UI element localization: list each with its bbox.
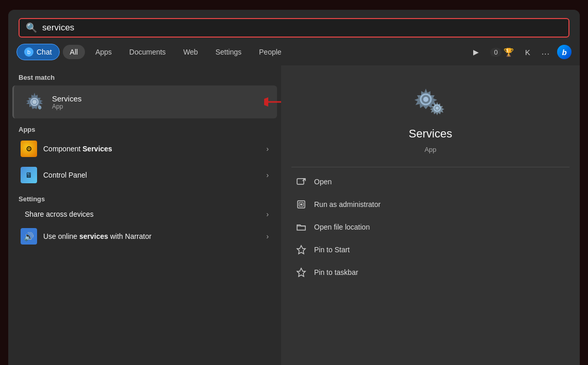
main-content: Best match Services App bbox=[8, 65, 580, 365]
chevron-icon-1: › bbox=[266, 145, 269, 153]
tab-all-label: All bbox=[70, 48, 78, 56]
detail-title: Services bbox=[409, 127, 452, 141]
tab-all[interactable]: All bbox=[63, 45, 85, 59]
tab-chat[interactable]: b Chat bbox=[16, 44, 60, 60]
search-bar-row: 🔍 services bbox=[8, 10, 580, 42]
action-pin-taskbar-label: Pin to taskbar bbox=[314, 268, 358, 276]
more-icon: ... bbox=[542, 47, 550, 57]
open-icon bbox=[296, 176, 307, 187]
detail-services-icon bbox=[410, 81, 451, 122]
tab-documents-label: Documents bbox=[129, 48, 166, 56]
bing-label: b bbox=[562, 48, 566, 57]
best-match-title: Services bbox=[52, 94, 82, 103]
svg-rect-10 bbox=[297, 179, 304, 184]
component-services-label: Component Services bbox=[43, 145, 260, 153]
action-open-file-location[interactable]: Open file location bbox=[291, 216, 569, 238]
action-run-admin-label: Run as administrator bbox=[314, 200, 381, 208]
badge-count-item[interactable]: 0 🏆 bbox=[486, 45, 517, 59]
tab-apps[interactable]: Apps bbox=[88, 45, 119, 59]
action-pin-start[interactable]: Pin to Start bbox=[291, 238, 569, 261]
search-icon: 🔍 bbox=[26, 22, 37, 33]
tabs-row: b Chat All Apps Documents Web Settings P… bbox=[8, 42, 580, 65]
action-pin-taskbar[interactable]: Pin to taskbar bbox=[291, 261, 569, 284]
detail-icon-area: Services App bbox=[409, 81, 452, 153]
action-open[interactable]: Open bbox=[291, 170, 569, 193]
control-panel-label: Control Panel bbox=[43, 171, 260, 179]
tab-people-label: People bbox=[259, 48, 282, 56]
tab-apps-label: Apps bbox=[95, 48, 112, 56]
services-app-icon bbox=[24, 92, 45, 112]
search-panel: 🔍 services b Chat All Apps Documents Web… bbox=[8, 10, 580, 365]
user-button[interactable]: K bbox=[521, 46, 534, 59]
tab-chat-label: Chat bbox=[37, 48, 52, 56]
red-arrow bbox=[264, 92, 281, 112]
action-pin-start-label: Pin to Start bbox=[314, 246, 350, 254]
tab-web[interactable]: Web bbox=[176, 45, 205, 59]
admin-icon bbox=[296, 199, 307, 210]
search-bar: 🔍 services bbox=[19, 18, 569, 38]
share-devices-label: Share across devices bbox=[21, 210, 260, 218]
action-list: Open Run as administrator bbox=[291, 170, 569, 284]
badge-count: 0 bbox=[490, 48, 501, 57]
tab-web-label: Web bbox=[183, 48, 198, 56]
left-panel: Best match Services App bbox=[8, 65, 281, 365]
chat-bing-icon: b bbox=[24, 47, 33, 57]
chevron-icon-2: › bbox=[266, 171, 269, 179]
settings-section-label: Settings bbox=[8, 192, 281, 205]
divider bbox=[291, 167, 569, 167]
action-open-label: Open bbox=[314, 178, 332, 186]
settings-section: Settings Share across devices › 🔊 Use on… bbox=[8, 192, 281, 249]
apps-section-label: Apps bbox=[8, 123, 281, 135]
tab-settings-label: Settings bbox=[215, 48, 241, 56]
tab-people[interactable]: People bbox=[252, 45, 289, 59]
best-match-label: Best match bbox=[8, 71, 281, 83]
apps-section: Apps ⚙ Component Services › 🖥 Control Pa… bbox=[8, 123, 281, 188]
search-input[interactable]: services bbox=[42, 23, 562, 33]
control-panel-icon: 🖥 bbox=[21, 167, 37, 183]
trophy-icon: 🏆 bbox=[504, 47, 514, 57]
more-button[interactable]: ... bbox=[538, 45, 554, 59]
tab-settings[interactable]: Settings bbox=[208, 45, 249, 59]
tabs-extra: ▶ 0 🏆 K ... b bbox=[469, 45, 572, 59]
list-item-narrator[interactable]: 🔊 Use online services with Narrator › bbox=[10, 223, 279, 249]
best-match-subtitle: App bbox=[52, 103, 82, 110]
bing-button[interactable]: b bbox=[557, 45, 572, 59]
action-run-admin[interactable]: Run as administrator bbox=[291, 193, 569, 216]
narrator-icon: 🔊 bbox=[21, 228, 37, 245]
list-item-component-services[interactable]: ⚙ Component Services › bbox=[10, 136, 279, 162]
action-open-file-location-label: Open file location bbox=[314, 223, 370, 231]
folder-icon bbox=[296, 221, 307, 233]
component-services-icon: ⚙ bbox=[21, 141, 37, 157]
pin-icon bbox=[296, 244, 307, 255]
chevron-icon-3: › bbox=[266, 210, 269, 218]
detail-subtitle: App bbox=[424, 146, 436, 153]
narrator-label: Use online services with Narrator bbox=[43, 232, 260, 240]
user-label: K bbox=[525, 48, 530, 57]
list-item-control-panel[interactable]: 🖥 Control Panel › bbox=[10, 162, 279, 188]
best-match-text-group: Services App bbox=[52, 94, 82, 110]
tab-documents[interactable]: Documents bbox=[122, 45, 173, 59]
play-button[interactable]: ▶ bbox=[469, 46, 483, 58]
list-item-share-devices[interactable]: Share across devices › bbox=[10, 205, 279, 223]
svg-point-13 bbox=[300, 203, 302, 205]
svg-point-2 bbox=[32, 100, 37, 104]
right-panel: Services App Open bbox=[281, 65, 580, 365]
chevron-icon-4: › bbox=[266, 232, 269, 240]
best-match-item[interactable]: Services App bbox=[12, 85, 277, 118]
play-icon: ▶ bbox=[473, 48, 479, 56]
pin-taskbar-icon bbox=[296, 267, 307, 278]
